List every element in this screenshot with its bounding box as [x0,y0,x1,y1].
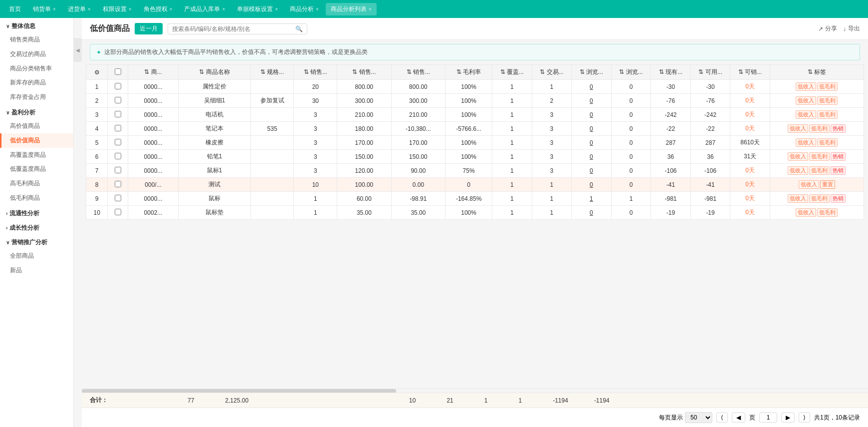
table-row[interactable]: 1 0000... 属性定价 20 800.00 800.00 100% 1 1… [86,80,864,94]
cell-checkbox[interactable] [108,206,128,220]
cell-checkbox[interactable] [108,192,128,206]
sidebar-item-low-margin[interactable]: 低毛利商品 [0,191,73,205]
views-link[interactable]: 0 [590,209,593,216]
cell-checkbox[interactable] [108,108,128,122]
views-link[interactable]: 0 [590,111,593,118]
sidebar-group-growth[interactable]: › 成长性分析 [0,220,73,234]
sidebar-item-inventory-capital[interactable]: 库存资金占用 [0,90,73,104]
table-row[interactable]: 6 0000... 铅笔1 3 150.00 150.00 100% 1 3 0… [86,150,864,164]
row-checkbox[interactable] [115,83,121,89]
sidebar-collapse-button[interactable]: ◀ [74,38,82,62]
horizontal-scrollbar[interactable] [82,389,868,393]
sidebar-item-all-products[interactable]: 全部商品 [0,249,73,263]
close-icon[interactable]: × [316,6,319,12]
cell-checkbox[interactable] [108,80,128,94]
row-checkbox[interactable] [115,111,121,117]
nav-purchase-order[interactable]: 进货单 × [63,3,96,15]
sidebar-item-category-sales[interactable]: 商品分类销售率 [0,61,73,76]
table-row[interactable]: 10 0002... 鼠标垫 1 35.00 35.00 100% 1 1 0 … [86,206,864,220]
sidebar-item-high-value[interactable]: 高价值商品 [0,119,73,133]
sidebar-item-high-margin[interactable]: 高毛利商品 [0,176,73,191]
cell-checkbox[interactable] [108,178,128,192]
col-views1[interactable]: ⇅ 浏览... [572,65,612,80]
sidebar-group-liquidity[interactable]: › 流通性分析 [0,205,73,220]
close-icon[interactable]: × [275,6,278,12]
prev-page-button[interactable]: ◀ [732,413,745,423]
cell-checkbox[interactable] [108,150,128,164]
sidebar-item-low-coverage[interactable]: 低覆盖度商品 [0,162,73,176]
col-settings[interactable]: ⚙ [86,65,108,80]
col-code[interactable]: ⇅ 商... [128,65,178,80]
row-checkbox[interactable] [115,153,121,159]
date-filter-button[interactable]: 近一月 [135,23,163,34]
close-icon[interactable]: × [170,6,173,12]
cell-checkbox[interactable] [108,164,128,178]
cell-checkbox[interactable] [108,136,128,150]
col-coverage[interactable]: ⇅ 覆盖... [492,65,532,80]
sidebar-item-new-products[interactable]: 新品 [0,263,73,278]
table-row[interactable]: 2 0000... 吴细细1 参加复试 30 300.00 300.00 100… [86,94,864,108]
sidebar-item-sales-products[interactable]: 销售类商品 [0,32,73,47]
cell-checkbox[interactable] [108,122,128,136]
col-current[interactable]: ⇅ 现有... [651,65,691,80]
views-link[interactable]: 0 [590,83,593,90]
col-transaction[interactable]: ⇅ 交易... [532,65,572,80]
select-all-checkbox[interactable] [115,68,121,75]
data-table-container[interactable]: ⚙ ⇅ 商... ⇅ 商品名称 ⇅ 规格... ⇅ 销售... ⇅ 销售... … [86,64,864,389]
col-sales-cost[interactable]: ⇅ 销售... [391,65,445,80]
views-link[interactable]: 0 [590,181,593,188]
close-icon[interactable]: × [369,6,372,12]
close-icon[interactable]: × [129,6,132,12]
sidebar-group-overall[interactable]: ∨ 整体信息 [0,18,73,32]
views-link[interactable]: 0 [590,97,593,104]
nav-home[interactable]: 首页 [4,3,26,15]
views-link[interactable]: 0 [590,125,593,132]
nav-product-analysis[interactable]: 商品分析 × [285,3,324,15]
col-available[interactable]: ⇅ 可用... [690,65,730,80]
search-input[interactable] [172,25,292,32]
page-number-input[interactable] [759,413,777,423]
col-checkbox[interactable] [108,65,128,80]
sidebar-item-new-stock[interactable]: 新库存的商品 [0,75,73,90]
nav-permissions[interactable]: 权限设置 × [98,3,137,15]
col-sales-qty[interactable]: ⇅ 销售... [294,65,337,80]
col-sellable[interactable]: ⇅ 可销... [730,65,770,80]
nav-finished-goods[interactable]: 产成品入库单 × [179,3,230,15]
export-button[interactable]: ↓ 导出 [843,24,860,33]
close-icon[interactable]: × [222,6,225,12]
table-row[interactable]: 7 0000... 鼠标1 3 120.00 90.00 75% 1 3 0 0… [86,164,864,178]
nav-role-auth[interactable]: 角色授权 × [139,3,178,15]
sidebar-group-marketing[interactable]: ∨ 营销推广分析 [0,234,73,249]
table-row[interactable]: 9 0000... 鼠标 1 60.00 -98.91 -164.85% 1 1… [86,192,864,206]
row-checkbox[interactable] [115,125,121,131]
per-page-select[interactable]: 50 100 200 [685,412,712,423]
nav-sales-order[interactable]: 销货单 × [28,3,61,15]
col-name[interactable]: ⇅ 商品名称 [179,65,251,80]
row-checkbox[interactable] [115,139,121,145]
row-checkbox[interactable] [115,167,121,173]
views-link[interactable]: 0 [590,139,593,146]
last-page-button[interactable]: ⟩ [799,413,810,423]
first-page-button[interactable]: ⟨ [716,413,728,423]
table-row[interactable]: 5 0000... 橡皮擦 3 170.00 170.00 100% 1 3 0… [86,136,864,150]
nav-template-settings[interactable]: 单据模板设置 × [232,3,283,15]
search-icon[interactable]: 🔍 [295,25,303,32]
col-tags[interactable]: ⇅ 标签 [770,65,864,80]
col-views2[interactable]: ⇅ 浏览... [611,65,651,80]
row-checkbox[interactable] [115,97,121,103]
close-icon[interactable]: × [88,6,91,12]
col-sales-amt[interactable]: ⇅ 销售... [337,65,391,80]
row-checkbox[interactable] [115,209,121,215]
next-page-button[interactable]: ▶ [781,413,795,423]
close-icon[interactable]: × [53,6,56,12]
views-link[interactable]: 0 [590,167,593,174]
table-row[interactable]: 4 0000... 笔记本 535 3 180.00 -10,380... -5… [86,122,864,136]
views-link[interactable]: 0 [590,153,593,160]
col-gross-margin[interactable]: ⇅ 毛利率 [445,65,492,80]
sidebar-item-traded-products[interactable]: 交易过的商品 [0,47,73,61]
nav-product-analysis-list[interactable]: 商品分析列表 × [326,3,377,15]
cell-checkbox[interactable] [108,94,128,108]
sidebar-item-high-coverage[interactable]: 高覆盖度商品 [0,148,73,162]
share-button[interactable]: ↗ 分享 [818,24,837,33]
row-checkbox[interactable] [115,195,121,201]
